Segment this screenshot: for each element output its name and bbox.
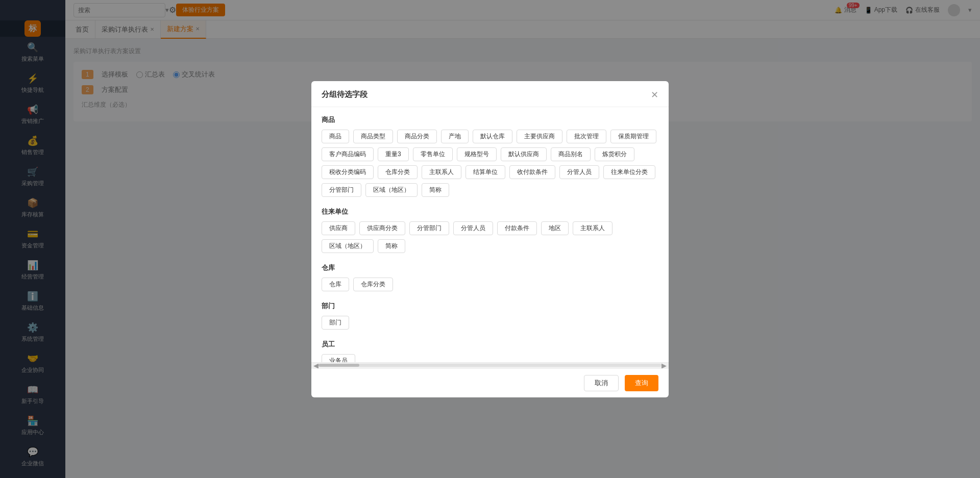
modal-overlay: 分组待选字段 ✕ 商品商品商品类型商品分类产地默认仓库主要供应商批次管理保质期管…	[0, 0, 980, 130]
field-section-0: 商品商品商品类型商品分类产地默认仓库主要供应商批次管理保质期管理客户商品编码重量…	[322, 115, 658, 130]
field-tag-0-3[interactable]: 产地	[441, 130, 469, 130]
field-tag-0-7[interactable]: 保质期管理	[610, 130, 656, 130]
field-tag-0-4[interactable]: 默认仓库	[473, 130, 512, 130]
field-tag-0-6[interactable]: 批次管理	[567, 130, 606, 130]
field-tag-0-2[interactable]: 商品分类	[397, 130, 437, 130]
modal-close-icon[interactable]: ✕	[651, 89, 658, 100]
modal-title: 分组待选字段	[322, 90, 368, 99]
field-tags-0: 商品商品类型商品分类产地默认仓库主要供应商批次管理保质期管理客户商品编码重量3零…	[322, 130, 658, 130]
field-tag-0-1[interactable]: 商品类型	[353, 130, 393, 130]
field-select-modal: 分组待选字段 ✕ 商品商品商品类型商品分类产地默认仓库主要供应商批次管理保质期管…	[311, 81, 669, 130]
section-title-0: 商品	[322, 115, 658, 124]
modal-body: 商品商品商品类型商品分类产地默认仓库主要供应商批次管理保质期管理客户商品编码重量…	[311, 107, 669, 130]
field-tag-0-5[interactable]: 主要供应商	[517, 130, 562, 130]
field-tag-0-0[interactable]: 商品	[322, 130, 349, 130]
modal-header: 分组待选字段 ✕	[311, 81, 669, 107]
